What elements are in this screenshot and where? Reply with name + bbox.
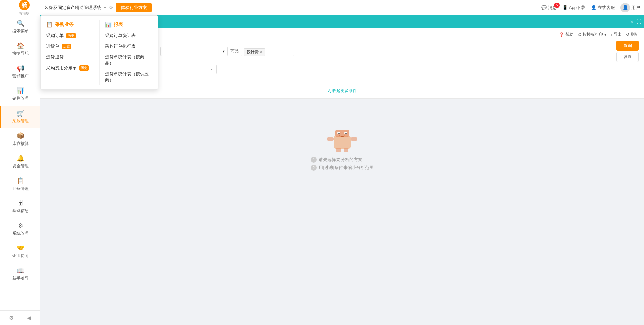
dropdown-item-goods-in-stat-goods[interactable]: 进货单统计表（按商品） <box>102 52 155 69</box>
history-badge: 历史 <box>79 65 89 71</box>
online-service-btn[interactable]: 👤 在线客服 <box>591 5 615 11</box>
finance-icon: 🔔 <box>17 155 24 162</box>
sidebar-settings-icon[interactable]: ⚙ <box>9 315 14 321</box>
export-icon: ↑ <box>610 32 612 37</box>
print-icon: 🖨 <box>577 32 581 37</box>
sidebar-item-enterprise[interactable]: 🤝 企业协同 <box>0 240 40 263</box>
sidebar-item-operation[interactable]: 📋 经营管理 <box>0 173 40 196</box>
help-label: 帮助 <box>565 32 573 37</box>
dropdown-item-label: 进货单 <box>46 43 59 49</box>
sidebar-item-marketing[interactable]: 📢 营销推广 <box>0 60 40 83</box>
service-label: 在线客服 <box>598 5 615 11</box>
history-badge: 历史 <box>62 44 71 49</box>
dropdown-item-label: 采购费用分摊单 <box>46 65 77 71</box>
home-icon: 🏠 <box>17 42 24 49</box>
dropdown-item-purchase-fee[interactable]: 采购费用分摊单 历史 <box>43 63 97 73</box>
sidebar-label-sales: 销售管理 <box>12 96 29 101</box>
empty-hint-1: 1 请先选择要分析的方案 <box>311 157 373 163</box>
sidebar-bottom: ⚙ ◀ <box>0 310 40 325</box>
message-btn[interactable]: 💬 消息 5 <box>541 5 557 11</box>
query-button[interactable]: 查询 <box>616 41 639 51</box>
dropdown-col-report: 📊 报表 采购订单统计表 采购订单执行表 进货单统计表（按商品） 进货单统计表（… <box>99 20 158 85</box>
sidebar-item-purchase[interactable]: 🛒 采购管理 <box>0 106 40 128</box>
hint-num-2: 2 <box>311 165 317 171</box>
newbie-icon: 📖 <box>17 267 24 274</box>
dropdown-item-label: 进货单统计表（按供应商） <box>105 71 153 83</box>
sidebar-item-finance[interactable]: 🔔 资金管理 <box>0 151 40 173</box>
purchase-col-title: 采购业务 <box>55 22 74 28</box>
system-dropdown-arrow[interactable]: ▾ <box>104 5 106 10</box>
sidebar-item-inventory[interactable]: 📦 库存核算 <box>0 128 40 151</box>
logo-area: 畅 标准版 <box>4 0 44 16</box>
hint-num-1: 1 <box>311 157 317 163</box>
goods-tag: 设计费 × <box>244 48 265 56</box>
dropdown-item-goods-in-stat-supplier[interactable]: 进货单统计表（按供应商） <box>102 69 155 85</box>
dropdown-cols: 📋 采购业务 采购订单 历史 进货单 历史 进货退货 采购费用分摊单 历史 📊 <box>41 20 158 85</box>
basic-icon: 🗄 <box>17 200 24 207</box>
dropdown-col-purchase: 📋 采购业务 采购订单 历史 进货单 历史 进货退货 采购费用分摊单 历史 <box>41 20 99 85</box>
dropdown-item-label: 采购订单执行表 <box>105 43 136 49</box>
doc-status-arrow: ▾ <box>223 49 225 54</box>
dropdown-item-goods-in[interactable]: 进货单 历史 <box>43 41 97 52</box>
tab-maximize-icon[interactable]: ⛶ <box>637 19 641 24</box>
user-btn[interactable]: 👤 用户 <box>620 3 640 12</box>
sidebar-label-basic: 基础信息 <box>12 208 29 214</box>
refresh-icon: ↺ <box>626 32 629 37</box>
collapse-label: 收起更多条件 <box>332 88 357 94</box>
collapse-arrow-up: ⋀ <box>328 89 331 93</box>
history-badge: 历史 <box>66 33 76 38</box>
tab-close-all-icon[interactable]: ✕ <box>630 19 634 24</box>
app-download-btn[interactable]: 📱 App下载 <box>562 5 585 11</box>
goods-tag-text: 设计费 <box>247 49 259 55</box>
user-label: 用户 <box>631 5 640 11</box>
export-btn[interactable]: ↑ 导出 <box>610 32 622 37</box>
dropdown-item-label: 进货单统计表（按商品） <box>105 54 153 66</box>
svg-rect-6 <box>327 137 334 141</box>
salesman-select[interactable]: ··· <box>149 65 217 74</box>
doc-status-select[interactable]: ▾ <box>160 47 228 56</box>
report-col-icon: 📊 <box>105 21 112 28</box>
goods-tag-close[interactable]: × <box>260 50 262 54</box>
empty-illustration <box>325 126 359 153</box>
empty-hints: 1 请先选择要分析的方案 2 用[过滤]条件来缩小分析范围 <box>311 157 373 171</box>
sidebar-item-search[interactable]: 🔍 搜索菜单 <box>0 15 40 38</box>
empty-state: 1 请先选择要分析的方案 2 用[过滤]条件来缩小分析范围 <box>40 99 644 198</box>
sidebar-label-marketing: 营销推广 <box>12 73 29 79</box>
sidebar-item-basic[interactable]: 🗄 基础信息 <box>0 196 40 218</box>
dropdown-item-label: 采购订单 <box>46 33 64 39</box>
sidebar-item-sales[interactable]: 📊 销售管理 <box>0 83 40 106</box>
sidebar-label-system: 系统管理 <box>12 231 29 236</box>
industry-button[interactable]: 体验行业方案 <box>116 3 152 12</box>
sidebar-item-newbie[interactable]: 📖 新手引导 <box>0 263 40 285</box>
goods-select[interactable]: 设计费 × ··· <box>241 47 294 56</box>
purchase-col-icon: 📋 <box>46 21 53 28</box>
dropdown-report-header: 📊 报表 <box>102 20 155 30</box>
goods-dots[interactable]: ··· <box>287 49 291 55</box>
sidebar-item-system[interactable]: ⚙ 系统管理 <box>0 218 40 240</box>
sidebar-label-enterprise: 企业协同 <box>12 253 29 259</box>
tab-bar-right: ✕ ⛶ <box>627 15 644 28</box>
system-icon: ⚙ <box>18 222 23 229</box>
salesman-dots[interactable]: ··· <box>209 66 214 72</box>
service-icon: 👤 <box>591 5 596 10</box>
dropdown-item-purchase-order-detail[interactable]: 采购订单执行表 <box>102 41 155 52</box>
sidebar-label-newbie: 新手引导 <box>12 276 29 281</box>
set-button[interactable]: 设置 <box>616 52 639 62</box>
sidebar-item-quick-nav[interactable]: 🏠 快捷导航 <box>0 38 40 60</box>
goods-label: 商品 <box>230 48 239 54</box>
app-icon: 📱 <box>562 5 568 10</box>
refresh-btn[interactable]: ↺ 刷新 <box>626 32 639 37</box>
help-btn[interactable]: ❓ 帮助 <box>559 32 573 37</box>
dropdown-item-label: 进货退货 <box>46 54 64 60</box>
app-label: App下载 <box>569 5 585 11</box>
user-avatar: 👤 <box>620 3 630 12</box>
svg-rect-1 <box>335 130 349 137</box>
dropdown-item-purchase-order-stat[interactable]: 采购订单统计表 <box>102 30 155 41</box>
marketing-icon: 📢 <box>17 65 24 72</box>
sidebar-collapse-icon[interactable]: ◀ <box>27 315 31 321</box>
print-btn[interactable]: 🖨 按模板打印 ▾ <box>577 32 606 37</box>
dropdown-item-goods-return[interactable]: 进货退货 <box>43 52 97 63</box>
dropdown-item-purchase-order[interactable]: 采购订单 历史 <box>43 30 97 41</box>
svg-rect-0 <box>334 136 351 149</box>
settings-icon[interactable]: ⚙ <box>109 4 113 11</box>
